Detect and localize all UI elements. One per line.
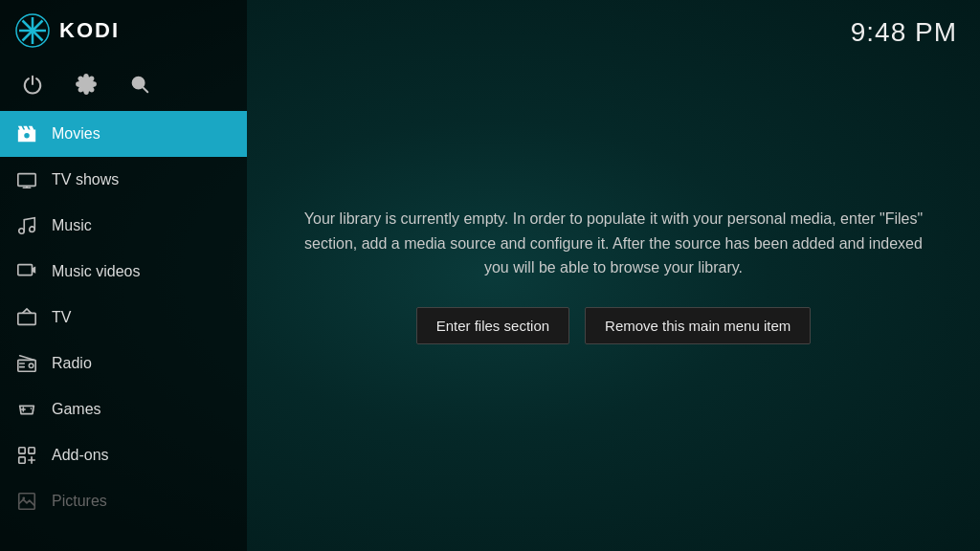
movies-icon [15, 122, 38, 145]
kodi-logo-icon [15, 13, 50, 48]
tvshows-icon [15, 168, 38, 191]
enter-files-button[interactable]: Enter files section [416, 307, 569, 344]
music-icon [15, 214, 38, 237]
sidebar-item-tv[interactable]: TV [0, 295, 247, 341]
sidebar-label-pictures: Pictures [52, 493, 107, 510]
sidebar-label-games: Games [52, 401, 101, 418]
power-icon[interactable] [19, 71, 46, 98]
sidebar-top-icons [0, 61, 247, 111]
sidebar-label-tv: TV [52, 309, 71, 326]
svg-point-13 [19, 229, 25, 234]
sidebar-item-radio[interactable]: Radio [0, 341, 247, 386]
action-buttons: Enter files section Remove this main men… [298, 307, 929, 344]
settings-icon[interactable] [73, 71, 100, 98]
sidebar-item-music[interactable]: Music [0, 203, 247, 249]
musicvideos-icon [15, 260, 38, 283]
sidebar-label-music: Music [52, 217, 92, 234]
addons-icon [15, 444, 38, 467]
sidebar-item-addons[interactable]: Add-ons [0, 432, 247, 478]
nav-items: Movies TV shows Music Music videos [0, 111, 247, 551]
svg-rect-25 [29, 448, 34, 453]
sidebar-label-addons: Add-ons [52, 447, 109, 464]
svg-line-8 [143, 87, 147, 92]
svg-rect-26 [19, 457, 25, 463]
games-icon [15, 398, 38, 421]
search-icon[interactable] [126, 71, 153, 98]
remove-menu-item-button[interactable]: Remove this main menu item [585, 307, 811, 344]
sidebar: KODI [0, 0, 247, 551]
sidebar-label-radio: Radio [52, 355, 92, 372]
sidebar-label-movies: Movies [52, 125, 100, 143]
sidebar-item-pictures[interactable]: Pictures [0, 478, 247, 524]
message-text: Your library is currently empty. In orde… [298, 207, 929, 280]
svg-point-22 [31, 408, 33, 409]
svg-rect-16 [18, 313, 35, 324]
sidebar-item-musicvideos[interactable]: Music videos [0, 249, 247, 295]
radio-icon [15, 352, 38, 375]
app-title: KODI [59, 18, 120, 43]
svg-point-19 [29, 364, 33, 368]
svg-rect-15 [18, 265, 33, 276]
svg-point-9 [24, 133, 30, 139]
sidebar-item-tvshows[interactable]: TV shows [0, 157, 247, 203]
library-empty-message: Your library is currently empty. In orde… [278, 187, 948, 364]
sidebar-item-movies[interactable]: Movies [0, 111, 247, 157]
main-content: Your library is currently empty. In orde… [247, 0, 980, 551]
svg-rect-24 [19, 448, 25, 453]
sidebar-item-games[interactable]: Games [0, 386, 247, 432]
pictures-icon [15, 490, 38, 513]
svg-rect-10 [18, 174, 35, 187]
svg-point-5 [30, 28, 35, 33]
tv-icon [15, 306, 38, 329]
sidebar-header: KODI [0, 0, 247, 61]
sidebar-label-musicvideos: Music videos [52, 263, 140, 280]
sidebar-label-tvshows: TV shows [52, 171, 119, 188]
